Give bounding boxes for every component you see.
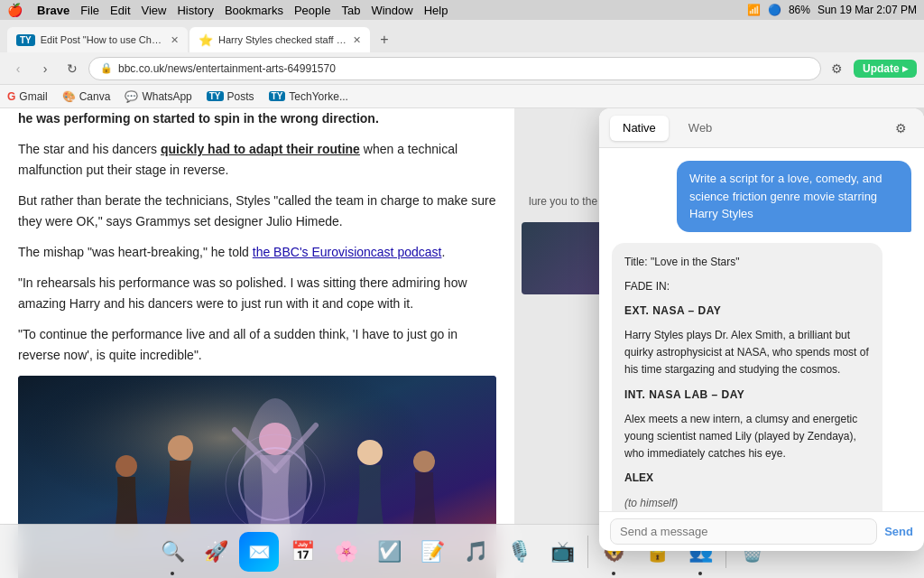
menu-edit[interactable]: Edit bbox=[110, 4, 130, 17]
article-para1: he was performing on started to spin in … bbox=[18, 108, 496, 128]
page-content: he was performing on started to spin in … bbox=[0, 108, 924, 578]
chat-input[interactable] bbox=[610, 518, 877, 545]
notes-icon: 📝 bbox=[420, 540, 445, 564]
url-text: bbc.co.uk/news/entertainment-arts-649915… bbox=[118, 62, 336, 75]
dock-music[interactable]: 🎵 bbox=[456, 532, 495, 572]
ai-stage-dir: (to himself) bbox=[624, 495, 870, 511]
lock-icon: 🔒 bbox=[100, 62, 113, 74]
new-tab-button[interactable]: + bbox=[372, 27, 397, 52]
bookmark-ty[interactable]: TY Posts bbox=[207, 90, 254, 103]
article-para3: But rather than berate the technicians, … bbox=[18, 191, 496, 231]
bookmark-techyorke[interactable]: TY TechYorke... bbox=[269, 90, 348, 103]
browser-window: TY Edit Post "How to use ChatGPT on... ✕… bbox=[0, 20, 924, 578]
forward-button[interactable]: › bbox=[34, 58, 56, 79]
whatsapp-icon: 💬 bbox=[125, 90, 138, 103]
svg-point-9 bbox=[413, 451, 435, 472]
brave-dot bbox=[612, 572, 615, 575]
ai-message: Title: "Love in the Stars" FADE IN: EXT.… bbox=[612, 243, 882, 512]
teams-dot bbox=[698, 572, 702, 575]
menu-file[interactable]: File bbox=[80, 4, 99, 17]
menu-people[interactable]: People bbox=[294, 4, 330, 17]
menu-bookmarks[interactable]: Bookmarks bbox=[225, 4, 283, 17]
dock-reminders[interactable]: ☑️ bbox=[369, 532, 409, 572]
chat-tab-native[interactable]: Native bbox=[610, 116, 669, 141]
music-icon: 🎵 bbox=[464, 540, 488, 564]
menu-history[interactable]: History bbox=[177, 4, 213, 17]
menu-view[interactable]: View bbox=[142, 4, 167, 17]
chat-send-button[interactable]: Send bbox=[884, 525, 913, 538]
bookmark-whatsapp[interactable]: 💬 WhatsApp bbox=[125, 90, 191, 103]
chat-settings-button[interactable]: ⚙ bbox=[888, 116, 913, 141]
dock-photos[interactable]: 🌸 bbox=[326, 532, 365, 572]
dock-finder[interactable]: 🔍 bbox=[152, 532, 192, 572]
tab-favicon-bbc: ⭐ bbox=[199, 33, 213, 47]
article-area: he was performing on started to spin in … bbox=[0, 108, 514, 578]
battery-status: 86% bbox=[789, 4, 810, 16]
ai-scene1-text: Harry Styles plays Dr. Alex Smith, a bri… bbox=[624, 327, 870, 379]
dock-calendar[interactable]: 📅 bbox=[282, 532, 322, 572]
techyorke-icon: TY bbox=[269, 91, 286, 101]
chat-input-area: Send bbox=[599, 511, 924, 551]
article-link-podcast[interactable]: the BBC's Eurovisioncast podcast bbox=[253, 245, 442, 259]
tab-bar: TY Edit Post "How to use ChatGPT on... ✕… bbox=[0, 20, 924, 52]
bookmarks-bar: G Gmail 🎨 Canva 💬 WhatsApp TY Posts TY T… bbox=[0, 85, 924, 108]
extensions-button[interactable]: ⚙ bbox=[827, 58, 848, 79]
svg-point-7 bbox=[116, 455, 137, 477]
bookmark-canva[interactable]: 🎨 Canva bbox=[62, 90, 111, 103]
svg-point-6 bbox=[168, 435, 193, 461]
podcasts-icon: 🎙️ bbox=[507, 540, 531, 564]
canva-icon: 🎨 bbox=[62, 90, 76, 103]
tab-close-wordpress[interactable]: ✕ bbox=[171, 34, 179, 46]
tab-title-wordpress: Edit Post "How to use ChatGPT on... bbox=[41, 34, 165, 45]
settings-gear-icon: ⚙ bbox=[895, 121, 907, 135]
ai-chat-overlay: Native Web ⚙ Write a script for a love, … bbox=[599, 108, 924, 551]
dock-separator bbox=[587, 536, 588, 568]
article-link-routine[interactable]: quickly had to adapt their routine bbox=[161, 142, 360, 156]
gmail-icon: G bbox=[7, 90, 15, 103]
ai-char-name: ALEX bbox=[624, 470, 870, 487]
ty-icon: TY bbox=[207, 91, 224, 101]
article-para2: The star and his dancers quickly had to … bbox=[18, 139, 496, 180]
app-name[interactable]: Brave bbox=[37, 4, 69, 17]
back-button[interactable]: ‹ bbox=[7, 58, 29, 79]
ai-title: Title: "Love in the Stars" bbox=[624, 254, 870, 271]
calendar-icon: 📅 bbox=[291, 540, 315, 564]
bookmark-label-canva: Canva bbox=[79, 90, 111, 103]
finder-dot bbox=[171, 572, 174, 575]
menu-help[interactable]: Help bbox=[424, 4, 448, 17]
tv-icon: 📺 bbox=[550, 540, 575, 564]
clock: Sun 19 Mar 2:07 PM bbox=[818, 4, 917, 16]
tab-bbc[interactable]: ⭐ Harry Styles checked staff wer... ✕ bbox=[189, 27, 370, 52]
ai-scene1: EXT. NASA – DAY bbox=[624, 303, 870, 320]
chat-tab-web[interactable]: Web bbox=[676, 116, 725, 141]
bluetooth-icon: 🔵 bbox=[768, 4, 781, 16]
bookmark-label-whatsapp: WhatsApp bbox=[142, 90, 191, 103]
address-bar[interactable]: 🔒 bbc.co.uk/news/entertainment-arts-6499… bbox=[88, 57, 821, 80]
apple-menu[interactable]: 🍎 bbox=[7, 3, 23, 17]
mail-icon: ✉️ bbox=[248, 541, 271, 563]
dock-launchpad[interactable]: 🚀 bbox=[196, 532, 236, 572]
tab-favicon-wordpress: TY bbox=[16, 34, 35, 46]
dock-podcasts[interactable]: 🎙️ bbox=[499, 532, 539, 572]
tab-wordpress[interactable]: TY Edit Post "How to use ChatGPT on... ✕ bbox=[7, 27, 188, 52]
ai-fade-in: FADE IN: bbox=[624, 278, 870, 295]
nav-bar: ‹ › ↻ 🔒 bbc.co.uk/news/entertainment-art… bbox=[0, 52, 924, 85]
menu-bar: 🍎 Brave File Edit View History Bookmarks… bbox=[0, 0, 924, 20]
tab-close-bbc[interactable]: ✕ bbox=[353, 34, 361, 46]
menu-tab[interactable]: Tab bbox=[341, 4, 360, 17]
bookmark-label-gmail: Gmail bbox=[19, 90, 47, 103]
refresh-button[interactable]: ↻ bbox=[61, 58, 83, 79]
user-message: Write a script for a love, comedy, and s… bbox=[677, 161, 911, 232]
ai-scene2-text: Alex meets a new intern, a clumsy and en… bbox=[624, 411, 870, 463]
dock-notes[interactable]: 📝 bbox=[412, 532, 452, 572]
bookmark-gmail[interactable]: G Gmail bbox=[7, 90, 48, 103]
reminders-icon: ☑️ bbox=[377, 540, 402, 564]
menu-window[interactable]: Window bbox=[371, 4, 412, 17]
update-button[interactable]: Update ▸ bbox=[854, 60, 917, 78]
photos-icon: 🌸 bbox=[334, 540, 358, 564]
ai-scene2: INT. NASA LAB – DAY bbox=[624, 387, 870, 404]
dock-tv[interactable]: 📺 bbox=[542, 532, 582, 572]
dock-mail[interactable]: ✉️ bbox=[239, 532, 279, 572]
finder-icon: 🔍 bbox=[161, 540, 185, 564]
menu-bar-right: 📶 🔵 86% Sun 19 Mar 2:07 PM bbox=[747, 4, 917, 16]
